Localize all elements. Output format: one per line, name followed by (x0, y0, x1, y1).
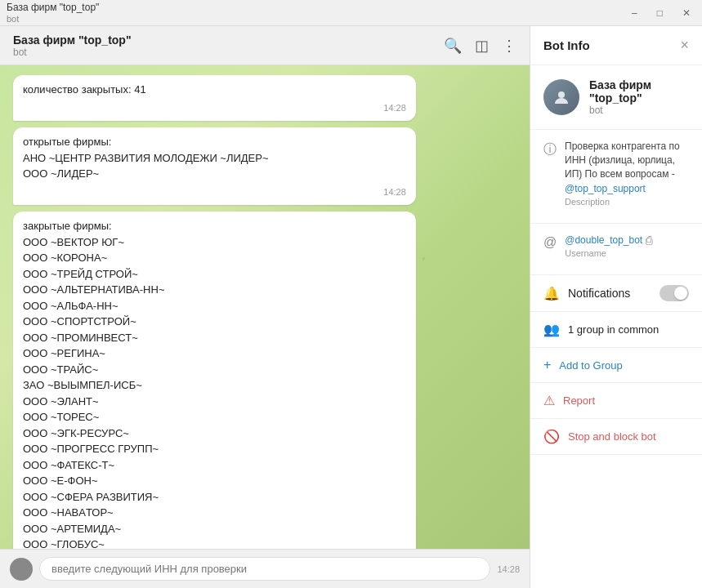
chat-panel: База фирм "top_top" bot 🔍 ◫ ⋮ количество… (0, 26, 530, 588)
bot-username-row: @ @double_top_bot ⎙ Username (543, 234, 689, 258)
username-row: @double_top_bot ⎙ (565, 234, 689, 247)
groups-common-row[interactable]: 👥 1 group in common (530, 312, 702, 348)
notifications-label: Notifications (568, 287, 630, 300)
chat-input-area: 14:28 (0, 549, 530, 588)
groups-common-label: 1 group in common (568, 323, 659, 336)
message-bubble: открытые фирмы: АНО ~ЦЕНТР РАЗВИТИЯ МОЛО… (13, 127, 416, 205)
message-input[interactable] (39, 557, 490, 581)
info-icon: ⓘ (543, 141, 557, 158)
title-bar: База фирм "top_top" bot – □ ✕ (0, 0, 702, 26)
columns-icon[interactable]: ◫ (475, 37, 489, 55)
chat-sub: bot (13, 47, 132, 58)
more-icon[interactable]: ⋮ (502, 37, 516, 55)
bell-icon: 🔔 (543, 286, 560, 301)
at-icon: @ (543, 235, 557, 250)
bot-description-section: ⓘ Проверка контрагента по ИНН (физлица, … (530, 130, 702, 224)
bot-username-content: @double_top_bot ⎙ Username (565, 234, 689, 258)
notifications-toggle[interactable] (660, 285, 689, 301)
svg-point-0 (558, 91, 565, 98)
input-time: 14:28 (497, 564, 520, 574)
toggle-knob (674, 287, 687, 300)
bot-display-name: База фирм "top_top" (589, 78, 689, 105)
message-time: 14:28 (23, 185, 406, 199)
block-row[interactable]: 🚫 Stop and block bot (530, 419, 702, 455)
message-text: количество закрытых: 41 (23, 82, 406, 98)
close-btn[interactable]: ✕ (677, 6, 695, 20)
bot-description-row: ⓘ Проверка контрагента по ИНН (физлица, … (543, 140, 689, 207)
bot-support-link[interactable]: @top_top_support (565, 183, 646, 194)
app-container: База фирм "top_top" bot 🔍 ◫ ⋮ количество… (0, 26, 702, 588)
message-time: 14:28 (23, 101, 406, 115)
window-title: База фирм "top_top" (7, 2, 99, 13)
notif-left: 🔔 Notifications (543, 286, 630, 301)
chat-header-actions: 🔍 ◫ ⋮ (444, 37, 516, 55)
chat-messages: количество закрытых: 41 14:28 открытые ф… (0, 65, 530, 549)
add-group-icon: + (543, 358, 551, 372)
add-to-group-label: Add to Group (559, 359, 622, 372)
bot-type-label: bot (589, 105, 689, 116)
chat-header-info: База фирм "top_top" bot (13, 33, 132, 58)
bot-info-title: Bot Info (543, 38, 590, 52)
chat-header: База фирм "top_top" bot 🔍 ◫ ⋮ (0, 26, 530, 65)
bot-avatar-section: База фирм "top_top" bot (530, 65, 702, 130)
block-label: Stop and block bot (568, 430, 656, 443)
report-label: Report (563, 394, 595, 407)
group-icon: 👥 (543, 322, 560, 337)
report-icon: ⚠ (543, 393, 555, 408)
notifications-row: 🔔 Notifications (530, 275, 702, 312)
bot-description-content: Проверка контрагента по ИНН (физлица, юр… (565, 140, 689, 207)
message-bubble: закрытые фирмы: ООО ~ВЕКТОР ЮГ~ ООО ~КОР… (13, 212, 416, 549)
user-avatar (10, 558, 33, 581)
chat-name: База фирм "top_top" (13, 33, 132, 47)
block-icon: 🚫 (543, 429, 560, 444)
close-panel-btn[interactable]: × (680, 37, 689, 54)
message-text: открытые фирмы: АНО ~ЦЕНТР РАЗВИТИЯ МОЛО… (23, 134, 406, 182)
message-text: закрытые фирмы: ООО ~ВЕКТОР ЮГ~ ООО ~КОР… (23, 218, 406, 549)
minimize-btn[interactable]: – (627, 6, 642, 20)
window-subtitle: bot (7, 14, 99, 24)
bot-info-panel: Bot Info × База фирм "top_top" bot ⓘ Про… (530, 26, 702, 588)
copy-username-btn[interactable]: ⎙ (646, 234, 652, 247)
bot-username-section: @ @double_top_bot ⎙ Username (530, 224, 702, 275)
add-to-group-row[interactable]: + Add to Group (530, 348, 702, 383)
bot-description-text: Проверка контрагента по ИНН (физлица, юр… (565, 140, 689, 180)
window-controls: – □ ✕ (627, 6, 695, 20)
bot-info-header: Bot Info × (530, 26, 702, 65)
bot-username-link[interactable]: @double_top_bot (565, 234, 642, 246)
description-label: Description (565, 197, 689, 207)
username-label: Username (565, 248, 689, 258)
maximize-btn[interactable]: □ (652, 6, 668, 20)
report-row[interactable]: ⚠ Report (530, 383, 702, 419)
message-bubble: количество закрытых: 41 14:28 (13, 75, 416, 121)
search-icon[interactable]: 🔍 (444, 37, 462, 55)
bot-avatar (543, 79, 579, 115)
bot-name-info: База фирм "top_top" bot (589, 78, 689, 116)
